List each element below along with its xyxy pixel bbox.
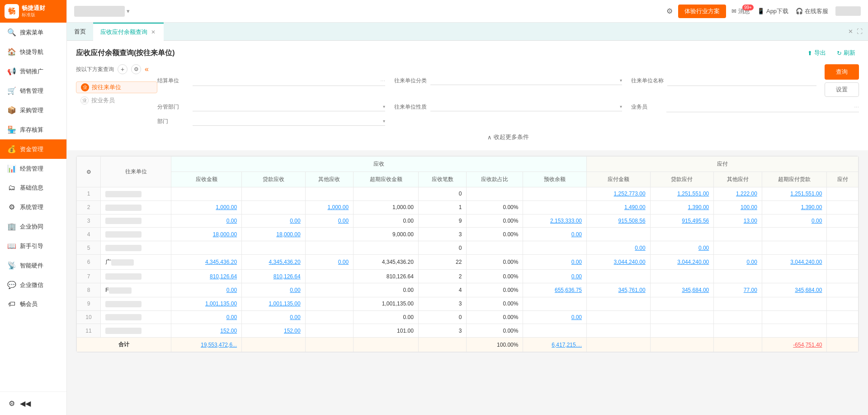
ar-other[interactable]: 1,000.00 bbox=[305, 200, 354, 214]
ar-loan[interactable]: 0.00 bbox=[242, 310, 306, 324]
ap-loan[interactable]: 915,495.56 bbox=[650, 214, 714, 228]
filter-dots-salesman[interactable]: ··· bbox=[854, 103, 859, 110]
tab-close-icon[interactable]: ✕ bbox=[150, 28, 156, 36]
ar-other[interactable] bbox=[305, 310, 354, 324]
message-action[interactable]: ✉ 消息 99+ bbox=[731, 7, 750, 15]
sidebar-item-marketing[interactable]: 📢 营销推广 bbox=[0, 62, 66, 81]
tab-close-all-icon[interactable]: ✕ bbox=[848, 28, 853, 35]
ap-other[interactable]: 13.00 bbox=[714, 214, 762, 228]
ar-other[interactable] bbox=[305, 270, 354, 283]
ap-other[interactable]: 0.00 bbox=[714, 255, 762, 270]
ap-amount[interactable]: 1,252,773.00 bbox=[587, 187, 651, 201]
ap-overdue[interactable]: 345,684.00 bbox=[762, 283, 827, 297]
sidebar-item-quick-nav[interactable]: 🏠 快捷导航 bbox=[0, 42, 66, 62]
sidebar-item-system[interactable]: ⚙ 系统管理 bbox=[0, 197, 66, 217]
filter-input-partner-name[interactable] bbox=[667, 75, 816, 86]
ap-amount[interactable]: 1,490.00 bbox=[587, 200, 651, 214]
ar-loan[interactable]: 4,345,436.20 bbox=[242, 255, 306, 270]
ap-amount[interactable]: 3,044,240.00 bbox=[587, 255, 651, 270]
ar-advance[interactable]: 0.00 bbox=[523, 255, 587, 270]
ap-amount[interactable] bbox=[587, 228, 651, 241]
filter-add-btn[interactable]: + bbox=[118, 64, 127, 74]
ar-amount[interactable]: 810,126.64 bbox=[171, 270, 242, 283]
user-info[interactable]: Rit bbox=[835, 8, 861, 14]
ar-advance[interactable]: 0.00 bbox=[523, 310, 587, 324]
ap-loan[interactable]: 0.00 bbox=[650, 241, 714, 255]
ap-tail[interactable] bbox=[827, 187, 859, 201]
ap-overdue[interactable]: 0.00 bbox=[762, 214, 827, 228]
ap-loan[interactable] bbox=[650, 270, 714, 283]
ar-other[interactable] bbox=[305, 283, 354, 297]
ar-amount[interactable]: 0.00 bbox=[171, 310, 242, 324]
ap-other[interactable] bbox=[714, 241, 762, 255]
filter-select-partner-type[interactable]: ▾ bbox=[430, 76, 622, 85]
ar-other[interactable]: 0.00 bbox=[305, 214, 354, 228]
ar-other[interactable] bbox=[305, 324, 354, 338]
ar-advance[interactable]: 2,153,333.00 bbox=[523, 214, 587, 228]
ap-other[interactable] bbox=[714, 270, 762, 283]
ap-tail[interactable] bbox=[827, 297, 859, 310]
ar-advance[interactable]: 0.00 bbox=[523, 270, 587, 283]
topbar-gear-icon[interactable]: ⚙ bbox=[666, 7, 673, 15]
ap-other[interactable] bbox=[714, 228, 762, 241]
ar-amount[interactable] bbox=[171, 187, 242, 201]
filter-select-sub-dept[interactable]: ▾ bbox=[193, 117, 385, 126]
ap-other[interactable] bbox=[714, 310, 762, 324]
ar-advance[interactable] bbox=[523, 241, 587, 255]
ap-overdue[interactable] bbox=[762, 270, 827, 283]
tab-expand-icon[interactable]: ⛶ bbox=[857, 28, 863, 35]
ap-amount[interactable]: 0.00 bbox=[587, 241, 651, 255]
ap-tail[interactable] bbox=[827, 200, 859, 214]
ap-tail[interactable] bbox=[827, 228, 859, 241]
ar-loan[interactable] bbox=[242, 187, 306, 201]
sidebar-bottom-settings[interactable]: ⚙ ◀◀ bbox=[0, 396, 66, 411]
ap-tail[interactable] bbox=[827, 241, 859, 255]
ap-overdue[interactable]: 1,390.00 bbox=[762, 200, 827, 214]
ar-amount[interactable]: 0.00 bbox=[171, 283, 242, 297]
ar-loan[interactable]: 0.00 bbox=[242, 283, 306, 297]
chevron-down-icon[interactable]: ▾ bbox=[127, 8, 130, 14]
ap-loan[interactable] bbox=[650, 297, 714, 310]
ap-overdue[interactable]: 1,251,551.00 bbox=[762, 187, 827, 201]
sidebar-item-finance[interactable]: 💰 资金管理 bbox=[0, 139, 66, 159]
filter-input-salesman[interactable]: ··· bbox=[666, 101, 859, 112]
ar-advance[interactable]: 655,636.75 bbox=[523, 283, 587, 297]
ap-loan[interactable] bbox=[650, 228, 714, 241]
filter-select-partner-nature[interactable]: ▾ bbox=[430, 102, 622, 111]
ap-amount[interactable] bbox=[587, 310, 651, 324]
ap-overdue[interactable] bbox=[762, 228, 827, 241]
sidebar-item-purchase[interactable]: 📦 采购管理 bbox=[0, 100, 66, 120]
ap-loan[interactable]: 3,044,240.00 bbox=[650, 255, 714, 270]
export-btn[interactable]: ⬆ 导出 bbox=[804, 47, 830, 59]
tab-query[interactable]: 应收应付余额查询 ✕ bbox=[93, 23, 164, 41]
sidebar-item-hardware[interactable]: 📡 智能硬件 bbox=[0, 256, 66, 275]
filter-collapse-btn[interactable]: « bbox=[145, 65, 149, 73]
ap-overdue[interactable] bbox=[762, 297, 827, 310]
ap-overdue[interactable] bbox=[762, 324, 827, 338]
ap-other[interactable]: 100.00 bbox=[714, 200, 762, 214]
ap-tail[interactable] bbox=[827, 324, 859, 338]
footer-ap-overdue[interactable]: -654,751.40 bbox=[762, 338, 827, 352]
ar-amount[interactable]: 152.00 bbox=[171, 324, 242, 338]
ar-advance[interactable]: 0.00 bbox=[523, 228, 587, 241]
ap-loan[interactable]: 1,251,551.00 bbox=[650, 187, 714, 201]
table-settings-header[interactable]: ⚙ bbox=[77, 157, 101, 187]
ar-advance[interactable] bbox=[523, 187, 587, 201]
filter-input-settlement[interactable]: ··· bbox=[193, 75, 385, 86]
ar-other[interactable] bbox=[305, 297, 354, 310]
ap-tail[interactable] bbox=[827, 283, 859, 297]
sidebar-item-enterprise[interactable]: 🏢 企业协同 bbox=[0, 217, 66, 236]
ap-tail[interactable] bbox=[827, 270, 859, 283]
sidebar-item-sales[interactable]: 🛒 销售管理 bbox=[0, 81, 66, 100]
ap-amount[interactable]: 345,761.00 bbox=[587, 283, 651, 297]
ar-loan[interactable]: 1,001,135.00 bbox=[242, 297, 306, 310]
ar-advance[interactable] bbox=[523, 297, 587, 310]
ap-tail[interactable] bbox=[827, 255, 859, 270]
sidebar-item-guide[interactable]: 📖 新手引导 bbox=[0, 236, 66, 256]
ap-other[interactable] bbox=[714, 324, 762, 338]
ar-other[interactable] bbox=[305, 228, 354, 241]
sidebar-item-basic[interactable]: 🗂 基础信息 bbox=[0, 178, 66, 197]
sidebar-item-inventory[interactable]: 🏪 库存核算 bbox=[0, 120, 66, 139]
ar-advance[interactable] bbox=[523, 324, 587, 338]
ap-overdue[interactable] bbox=[762, 310, 827, 324]
